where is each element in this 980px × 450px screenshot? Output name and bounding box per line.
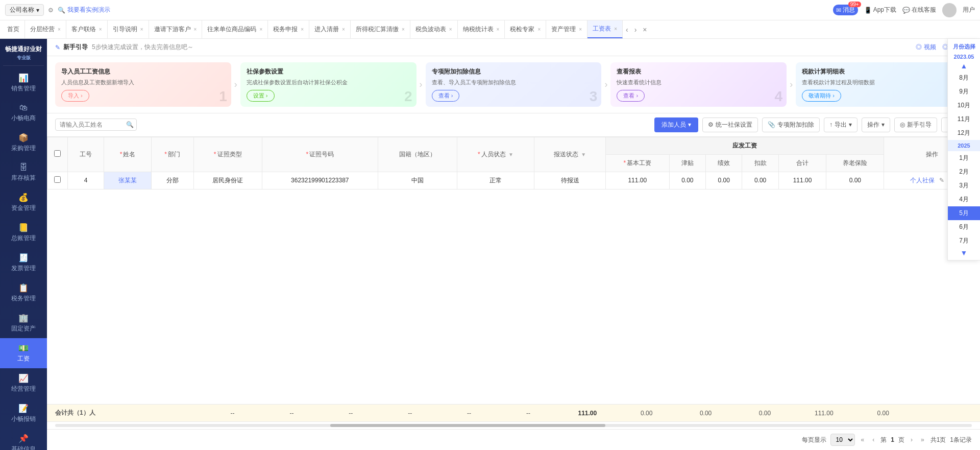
sidebar-ecommerce-label: 小畅电商: [2, 114, 45, 123]
tab-taxstat-close[interactable]: ×: [497, 27, 500, 32]
tab-taxexempt[interactable]: 税负波动表 ×: [410, 20, 458, 38]
app-download-link[interactable]: 📱 App下载: [864, 6, 896, 14]
tab-taxstat[interactable]: 纳税统计表 ×: [458, 20, 505, 38]
sidebar-item-tax[interactable]: 📋 税务管理: [0, 278, 47, 308]
row-checkbox[interactable]: [54, 176, 61, 183]
select-all-checkbox[interactable]: [54, 150, 61, 157]
sidebar-item-ecommerce[interactable]: 🛍 小畅电商: [0, 98, 47, 128]
first-page-btn[interactable]: «: [859, 436, 867, 443]
tab-layered-close[interactable]: ×: [58, 27, 61, 32]
tab-clearbook-close[interactable]: ×: [342, 27, 345, 32]
step-5-btn[interactable]: 敬请期待 ›: [802, 90, 841, 102]
page-size-select[interactable]: 10 20 50: [830, 434, 855, 446]
tab-taxexpert[interactable]: 税检专家 ×: [505, 20, 546, 38]
month-item-10[interactable]: 10月: [948, 99, 980, 112]
sidebar-item-ledger[interactable]: 📒 总账管理: [0, 218, 47, 248]
op-personal-social-link[interactable]: 个人社保: [910, 177, 935, 184]
special-deduction-button[interactable]: 📎 专项附加扣除: [762, 117, 820, 132]
td-performance: 0.00: [706, 172, 742, 189]
sidebar-item-assets[interactable]: 🏢 固定资产: [0, 308, 47, 338]
demo-search[interactable]: 🔍 我要看实例演示: [58, 6, 110, 14]
op-edit-icon[interactable]: ✎: [939, 177, 944, 184]
sidebar-item-sales[interactable]: 📊 销售管理: [0, 68, 47, 98]
tab-taxdecl[interactable]: 税务申报 ×: [268, 20, 309, 38]
td-deduction: 0.00: [742, 172, 778, 189]
settings-icon[interactable]: ⚙: [48, 7, 54, 14]
month-item-1[interactable]: 1月: [948, 151, 980, 165]
last-page-btn[interactable]: »: [919, 436, 926, 443]
new-guide-button[interactable]: ◎ 新手引导: [894, 117, 937, 132]
reportstatus-filter-icon[interactable]: ▼: [581, 152, 586, 157]
step-2-btn[interactable]: 设置 ›: [247, 90, 275, 102]
month-item-9[interactable]: 9月: [948, 85, 980, 99]
tab-guide-close[interactable]: ×: [140, 27, 143, 32]
tab-scroll-left[interactable]: ‹: [623, 26, 631, 34]
sidebar-item-inventory[interactable]: 🗄 库存核算: [0, 158, 47, 187]
sidebar-item-marketing[interactable]: 📝 小畅报销: [0, 398, 47, 429]
tab-invite[interactable]: 邀请下游客户 ×: [149, 20, 203, 38]
tab-taxstat-label: 纳税统计表: [463, 25, 494, 34]
tab-taxcalc-close[interactable]: ×: [402, 27, 405, 32]
tab-scroll-right[interactable]: ›: [631, 26, 640, 34]
tab-salary[interactable]: 工资表 ×: [587, 20, 623, 38]
month-item-7[interactable]: 7月: [948, 234, 980, 248]
online-service-link[interactable]: 💬 在线客服: [902, 6, 936, 14]
sidebar-item-salary[interactable]: 💵 工资: [0, 338, 47, 368]
sidebar-item-invoice[interactable]: 🧾 发票管理: [0, 248, 47, 278]
tab-invite-close[interactable]: ×: [194, 27, 197, 32]
tab-assetmgr-close[interactable]: ×: [579, 27, 582, 32]
tab-taxexpert-close[interactable]: ×: [537, 27, 541, 32]
guide-video-link[interactable]: ◎ 视频: [916, 43, 936, 52]
month-item-5[interactable]: 5月: [948, 206, 980, 220]
search-input[interactable]: [60, 121, 126, 128]
tab-taxexempt-close[interactable]: ×: [449, 27, 452, 32]
tab-unitcode[interactable]: 往来单位商品编码 ×: [202, 20, 268, 38]
tab-home[interactable]: 首页: [2, 20, 25, 38]
sidebar-logo-text: 畅捷通好业财: [5, 45, 42, 54]
prev-page-btn[interactable]: ‹: [870, 436, 876, 443]
month-item-8[interactable]: 8月: [948, 71, 980, 85]
tab-clearbook[interactable]: 进入清册 ×: [309, 20, 351, 38]
step-1-btn[interactable]: 导入 ›: [61, 90, 89, 102]
month-item-6[interactable]: 6月: [948, 220, 980, 234]
month-item-4[interactable]: 4月: [948, 193, 980, 206]
add-employee-button[interactable]: 添加人员 ▾: [654, 117, 698, 132]
tab-layered[interactable]: 分层经营 ×: [25, 20, 66, 38]
message-button[interactable]: ✉ 消息 99+: [833, 5, 858, 15]
month-item-3[interactable]: 3月: [948, 179, 980, 193]
sidebar-item-operations[interactable]: 📈 经营管理: [0, 368, 47, 398]
td-basicsalary: 111.00: [605, 172, 669, 189]
operations-button[interactable]: 操作 ▾: [862, 117, 890, 132]
tab-customer[interactable]: 客户联络 ×: [66, 20, 108, 38]
month-down-btn[interactable]: ▼: [960, 248, 969, 258]
tab-customer-close[interactable]: ×: [99, 27, 102, 32]
status-filter-icon[interactable]: ▼: [508, 152, 513, 157]
top-bar: 公司名称 ▾ ⚙ 🔍 我要看实例演示 ✉ 消息 99+ 📱 App下载 💬 在线…: [0, 0, 980, 20]
sidebar-item-finance[interactable]: 💰 资金管理: [0, 187, 47, 218]
sidebar-item-purchase[interactable]: 📦 采购管理: [0, 128, 47, 158]
company-selector[interactable]: 公司名称 ▾: [5, 4, 44, 16]
tab-guide[interactable]: 引导说明 ×: [108, 20, 149, 38]
tab-taxdecl-close[interactable]: ×: [301, 27, 304, 32]
month-item-2[interactable]: 2月: [948, 165, 980, 179]
avatar[interactable]: [942, 3, 957, 17]
step-4-btn[interactable]: 查看 ›: [617, 90, 645, 102]
month-item-12[interactable]: 12月: [948, 126, 980, 140]
sidebar-item-basics[interactable]: 📌 基础信息: [0, 429, 47, 450]
step-3-btn[interactable]: 查看 ›: [432, 90, 460, 102]
month-item-11[interactable]: 11月: [948, 112, 980, 126]
tab-unitcode-close[interactable]: ×: [259, 27, 262, 32]
add-employee-label: 添加人员: [662, 121, 686, 129]
unified-settings-button[interactable]: ⚙ 统一社保设置: [702, 117, 758, 132]
search-icon[interactable]: 🔍: [126, 121, 134, 128]
next-page-btn[interactable]: ›: [909, 436, 915, 443]
tab-taxcalc[interactable]: 所得税汇算清缴 ×: [351, 20, 410, 38]
tab-assetmgr[interactable]: 资产管理 ×: [546, 20, 587, 38]
month-up-btn[interactable]: ▲: [960, 61, 969, 71]
horizontal-scrollbar-thumb[interactable]: [330, 424, 605, 427]
tab-salary-close[interactable]: ×: [614, 26, 617, 32]
tab-close-all[interactable]: ×: [640, 26, 650, 34]
th-total: 合计: [778, 154, 826, 172]
horizontal-scrollbar-track[interactable]: [55, 424, 972, 427]
export-button[interactable]: ↑ 导出 ▾: [824, 117, 857, 132]
